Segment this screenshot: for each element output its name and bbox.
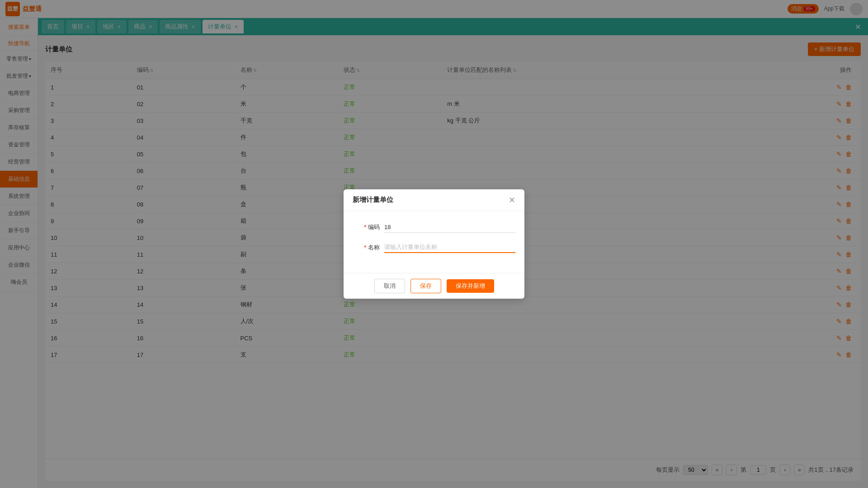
form-item-code: 编码 — [353, 222, 515, 233]
save-button[interactable]: 保存 — [410, 279, 441, 293]
modal-footer: 取消 保存 保存并新增 — [344, 273, 524, 299]
code-input[interactable] — [384, 222, 515, 233]
modal-title: 新增计量单位 — [353, 196, 393, 204]
modal-body: 编码 名称 — [344, 211, 524, 273]
code-label: 编码 — [353, 223, 380, 231]
save-and-add-button[interactable]: 保存并新增 — [447, 279, 494, 293]
modal-close-button[interactable]: ✕ — [509, 196, 515, 204]
form-item-name: 名称 — [353, 242, 515, 253]
add-unit-modal: 新增计量单位 ✕ 编码 名称 取消 保存 保存并新增 — [344, 189, 524, 299]
modal-header: 新增计量单位 ✕ — [344, 189, 524, 211]
modal-overlay[interactable]: 新增计量单位 ✕ 编码 名称 取消 保存 保存并新增 — [0, 0, 868, 488]
cancel-button[interactable]: 取消 — [374, 279, 405, 293]
name-input[interactable] — [384, 242, 515, 253]
name-label: 名称 — [353, 244, 380, 252]
